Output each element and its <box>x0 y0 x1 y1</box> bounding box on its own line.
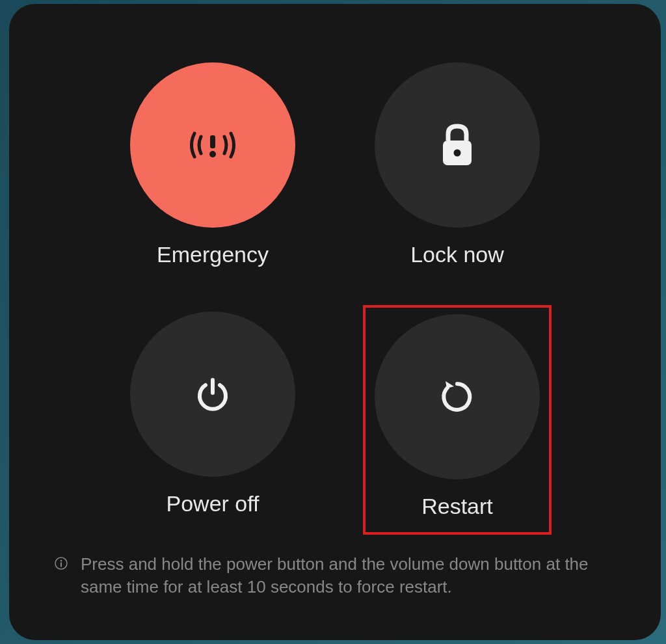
lock-icon <box>439 122 475 168</box>
emergency-option[interactable]: Emergency <box>118 56 307 286</box>
lock-button[interactable] <box>375 62 540 228</box>
power-menu-panel: Emergency Lock now Power off <box>9 4 661 640</box>
restart-icon <box>440 379 475 414</box>
svg-point-3 <box>454 150 461 157</box>
power-options-grid: Emergency Lock now Power off <box>9 56 661 535</box>
poweroff-button[interactable] <box>130 312 295 477</box>
poweroff-option[interactable]: Power off <box>118 305 307 535</box>
power-icon <box>194 376 231 412</box>
restart-button[interactable] <box>375 314 540 479</box>
svg-rect-7 <box>60 563 62 567</box>
lock-label: Lock now <box>410 242 504 267</box>
info-icon <box>55 557 68 570</box>
force-restart-hint-row: Press and hold the power button and the … <box>9 535 661 598</box>
lock-option[interactable]: Lock now <box>363 56 552 286</box>
restart-option[interactable]: Restart <box>363 305 552 535</box>
emergency-sos-icon <box>183 126 242 165</box>
svg-point-6 <box>60 560 62 562</box>
emergency-button[interactable] <box>130 62 295 228</box>
svg-rect-0 <box>210 135 215 148</box>
restart-label: Restart <box>421 494 493 519</box>
poweroff-label: Power off <box>166 491 259 517</box>
force-restart-hint: Press and hold the power button and the … <box>81 553 622 598</box>
svg-point-1 <box>209 151 216 157</box>
emergency-label: Emergency <box>157 242 269 267</box>
